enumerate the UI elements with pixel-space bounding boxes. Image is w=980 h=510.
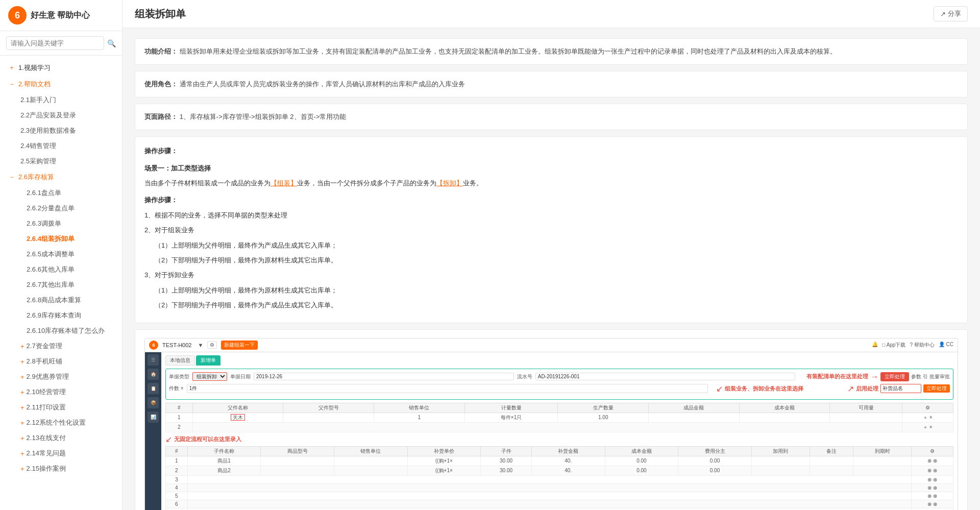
mock-th2-op: ⚙ xyxy=(912,446,953,456)
sidebar-item-data-prep[interactable]: 2.3使用前数据准备 xyxy=(0,123,122,138)
sidebar-item-268[interactable]: 2.6.8商品成本重算 xyxy=(0,293,122,308)
intro-text: 组装拆卸单用来处理企业组装或拆卸等加工业务，支持有固定装配清单的产品加工业务，也… xyxy=(180,47,837,55)
sidebar-item-261[interactable]: 2.6.1盘点单 xyxy=(0,185,122,201)
link-assembly[interactable]: 【组装】 xyxy=(271,179,297,187)
mock-btn-group: 参数 引 批量审批 xyxy=(911,373,950,380)
sidebar-item-263[interactable]: 2.6.3调拨单 xyxy=(0,216,122,231)
mock-th-action: ⚙ xyxy=(902,403,953,412)
sidebar-item-install[interactable]: 2.2产品安装及登录 xyxy=(0,108,122,123)
mock-form-row-1: 单据类型 组装拆卸 单据日期 2019-12-26 流水号 AD-2019122… xyxy=(169,372,950,381)
sidebar-header: 6 好生意 帮助中心 xyxy=(0,0,122,31)
path-text: 1、库存核算->库存管理->组装拆卸单 2、首页->常用功能 xyxy=(180,113,347,120)
td2-price-2: ((购+1× xyxy=(407,466,481,475)
mock-search-btn[interactable]: 立即处理 xyxy=(923,384,950,393)
table-row: 2 ＋ × xyxy=(166,422,953,432)
td2-child-1: 30.00 xyxy=(481,456,532,466)
logo-icon: 6 xyxy=(8,6,27,25)
logo-text: 好生意 帮助中心 xyxy=(31,10,90,21)
mock-select: ⚙ xyxy=(207,341,217,349)
nav-tree: + 1.视频学习 − 2.帮助文档 2.1新手入门 2.2产品安装及登录 2.3… xyxy=(0,56,122,510)
sidebar-item-video[interactable]: + 1.视频学习 xyxy=(0,60,122,76)
td2-op-6: ⊕ ⊗ xyxy=(912,500,953,508)
table-row: 1 商品1 ((购+1× 30.00 40. 0.00 0.00 xyxy=(166,456,953,466)
sidebar-item-sales[interactable]: 2.4销售管理 xyxy=(0,138,122,154)
sidebar-item-ops[interactable]: +2.10经营管理 xyxy=(0,384,122,400)
mock-icon-area: 🔔 □ App下载 ? 帮助中心 👤 CC xyxy=(872,342,953,349)
page-title: 组装拆卸单 xyxy=(135,7,186,21)
step2-sub1: （1）上部明细为父件明细，最终作为产成品生成其它入库单； xyxy=(144,239,958,251)
sidebar-item-docs[interactable]: − 2.帮助文档 xyxy=(0,76,122,92)
mock-new-btn[interactable]: 新建组装一下 xyxy=(221,341,258,350)
mock-nav-icon-5: 📊 xyxy=(148,411,159,423)
sidebar-item-print[interactable]: +2.11打印设置 xyxy=(0,400,122,415)
sidebar-item-coupon[interactable]: +2.9优惠券管理 xyxy=(0,369,122,384)
sidebar-item-2610[interactable]: 2.6.10库存账本错了怎么办 xyxy=(0,323,122,338)
minus-icon-inventory: − xyxy=(8,174,15,181)
mock-count-input: 1件 xyxy=(187,384,708,393)
mock-th2-unit: 销售单位 xyxy=(334,446,407,456)
mock-th2-model: 商品型号 xyxy=(261,446,334,456)
td2-num-4: 4 xyxy=(166,483,188,492)
scene1-desc: 当由多个子件材料组装成一个成品的业务为【组装】业务，当由一个父件拆分成多个子产品… xyxy=(144,177,958,189)
annotation-1-area: 有装配清单的在这里处理 → 立即处理 参数 引 批量审批 xyxy=(806,372,950,381)
annotation-3-text: 启用处理 xyxy=(856,385,878,393)
sidebar-item-267[interactable]: 2.6.7其他出库单 xyxy=(0,277,122,293)
sidebar-item-new-user[interactable]: 2.1新手入门 xyxy=(0,92,122,108)
td2-op-4: ⊕ ⊗ xyxy=(912,483,953,492)
search-button[interactable]: 🔍 xyxy=(107,39,116,47)
td2-price-1: ((购+1× xyxy=(407,456,481,466)
mock-immediate-btn[interactable]: 立即处理 xyxy=(880,372,909,381)
path-label: 页面路径： xyxy=(144,113,178,120)
sidebar-item-266[interactable]: 2.6.6其他入库单 xyxy=(0,262,122,277)
sidebar-item-inventory[interactable]: − 2.6库存核算 xyxy=(0,169,122,185)
sidebar-item-mobile[interactable]: +2.8手机旺铺 xyxy=(0,354,122,369)
sidebar-item-purchase[interactable]: 2.5采购管理 xyxy=(0,154,122,169)
mock-tab-new[interactable]: 新增单 xyxy=(196,355,220,366)
td2-use-2 xyxy=(751,466,810,475)
sidebar-item-custom[interactable]: +2.12系统个性化设置 xyxy=(0,415,122,430)
mock-th-unit: 销售单位 xyxy=(374,403,465,412)
link-disassembly[interactable]: 【拆卸】 xyxy=(436,179,463,187)
sidebar-item-269[interactable]: 2.6.9库存账本查询 xyxy=(0,308,122,323)
share-button[interactable]: ↗ 分享 xyxy=(934,6,968,21)
mock-th-cost-amt: 成本金额 xyxy=(739,403,830,412)
mock-th2-price: 补货单价 xyxy=(407,446,481,456)
td-prod-qty: 1.00 xyxy=(558,412,649,422)
annotation-2-text: 组装业务、拆卸业务在这里选择 xyxy=(725,385,803,393)
mock-th2-child-name: 子件名称 xyxy=(187,446,261,456)
sidebar-item-case[interactable]: +2.15操作案例 xyxy=(0,461,122,476)
td-name-highlight: 关木 xyxy=(231,414,245,421)
mock-table-child: # 子件名称 商品型号 销售单位 补货单价 子件 补货金额 成本金额 费用分主 xyxy=(165,446,953,510)
td2-amt-2: 40. xyxy=(531,466,605,475)
steps-title: 操作步骤： xyxy=(144,145,958,157)
mock-th2-child: 子件 xyxy=(481,446,532,456)
sidebar-item-faq[interactable]: +2.14常见问题 xyxy=(0,446,122,461)
td2-remark-2 xyxy=(810,466,853,475)
sidebar-item-online-pay[interactable]: +2.13在线支付 xyxy=(0,430,122,446)
mock-table2-header-row: # 子件名称 商品型号 销售单位 补货单价 子件 补货金额 成本金额 费用分主 xyxy=(166,446,953,456)
sidebar-item-262[interactable]: 2.6.2分量盘点单 xyxy=(0,201,122,216)
mock-search-input[interactable]: 补货品名 xyxy=(880,384,921,393)
sidebar-item-264[interactable]: 2.6.4组装拆卸单 xyxy=(0,231,122,247)
mock-logo: 6 xyxy=(149,341,158,350)
td-cost-amt xyxy=(739,412,830,422)
mock-th-prod-qty: 生产数量 xyxy=(558,403,649,412)
td2-num-3: 3 xyxy=(166,475,188,483)
td2-empty-5 xyxy=(187,492,912,500)
table-row: 2 商品2 ((购+1× 30.00 40. 0.00 0.00 xyxy=(166,466,953,475)
td-actions: ＋ × xyxy=(902,412,953,422)
td2-num-1: 1 xyxy=(166,456,188,466)
td2-model-2 xyxy=(261,466,334,475)
mock-label-billno: 流水号 xyxy=(517,373,532,380)
td2-num-7: 7 xyxy=(166,508,188,510)
search-input[interactable] xyxy=(6,36,104,50)
annotation-3-area: ↗ 启用处理 补货品名 立即处理 xyxy=(847,384,950,394)
mock-tab-list[interactable]: 本地信息 xyxy=(165,355,195,366)
td2-cost-2: 0.00 xyxy=(605,466,678,475)
sidebar-item-finance[interactable]: +2.7资金管理 xyxy=(0,338,122,354)
step3-sub1: （1）上部明细为父件明细，最终作为原材料生成其它出库单； xyxy=(144,284,958,296)
sidebar-item-265[interactable]: 2.6.5成本调整单 xyxy=(0,247,122,262)
annotation-2-area: ↙ 组装业务、拆卸业务在这里选择 xyxy=(716,384,803,394)
mock-type-select[interactable]: 组装拆卸 xyxy=(192,372,227,381)
td2-unit-1 xyxy=(334,456,407,466)
